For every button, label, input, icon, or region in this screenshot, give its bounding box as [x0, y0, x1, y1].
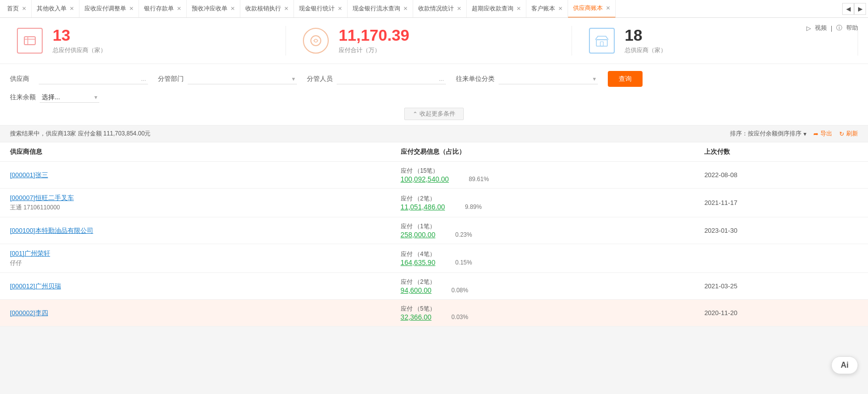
nav-tab-collect-verify-close[interactable]: ✕	[284, 5, 289, 12]
supplier-input[interactable]	[39, 73, 148, 84]
divider: |	[831, 25, 832, 32]
sort-button[interactable]: 排序：按应付余额倒序排序 ▾	[730, 130, 806, 138]
balance-filter-label: 往来余额	[10, 93, 36, 102]
lastpay-cell-4: 2021-03-25	[694, 273, 868, 300]
nav-tab-bank-deposit-label: 银行存款单	[144, 4, 174, 13]
th-last-pay: 上次付数	[694, 142, 868, 162]
nav-tab-customer-book-close[interactable]: ✕	[558, 5, 563, 12]
person-filter-label: 分管人员	[307, 74, 333, 83]
nav-tab-cash-bank-flow[interactable]: 现金银行流水查询 ✕	[348, 0, 413, 18]
table-row: [000001]张三应付 （15笔） 100,092,540.00 89.61%…	[0, 162, 868, 189]
dept-filter-label: 分管部门	[158, 74, 184, 83]
supplier-link-3[interactable]: [001]广州荣轩	[10, 250, 50, 257]
nav-tab-collect-stat[interactable]: 收款情况统计 ✕	[413, 0, 467, 18]
tx-label-5: 应付 （5笔）	[401, 305, 685, 313]
nav-tab-other-income-label: 其他收入单	[37, 4, 67, 13]
nav-tab-home-close[interactable]: ✕	[22, 5, 26, 12]
amount-5[interactable]: 32,366.00	[401, 313, 432, 321]
total-suppliers-label: 总供应商（家）	[625, 46, 666, 55]
nav-tab-overdue-ar-close[interactable]: ✕	[516, 5, 521, 12]
help-icon: ⓘ	[836, 24, 842, 32]
lastpay-date-2: 2023-01-30	[704, 227, 737, 234]
refresh-icon: ↻	[839, 131, 844, 137]
nav-tab-other-income-close[interactable]: ✕	[70, 5, 74, 12]
summary-icon-payable-amount	[301, 26, 331, 56]
nav-tab-bank-deposit-close[interactable]: ✕	[177, 5, 181, 12]
amount-2[interactable]: 258,000.00	[401, 231, 435, 239]
filter-item-category: 往来单位分类 ▾	[456, 73, 598, 84]
query-button[interactable]: 查询	[608, 71, 643, 87]
amount-1[interactable]: 11,051,486.00	[401, 203, 445, 211]
summary-item-payable-suppliers: 13 总应付供应商（家）	[10, 26, 286, 56]
nav-tab-cash-bank-flow-close[interactable]: ✕	[403, 5, 408, 12]
supplier-dots-icon[interactable]: ...	[141, 75, 146, 82]
summary-icon-total-suppliers	[587, 26, 617, 56]
payable-suppliers-number: 13	[53, 27, 106, 44]
collapse-up-icon: ⌃	[413, 111, 418, 118]
summary-text-payable-suppliers: 13 总应付供应商（家）	[53, 27, 106, 55]
table-header: 供应商信息 应付交易信息（占比） 上次付数	[0, 142, 868, 162]
result-bar: 搜索结果中，供应商13家 应付金额 111,703,854.00元 排序：按应付…	[0, 126, 868, 142]
export-label: 导出	[820, 130, 832, 138]
th-supplier-info: 供应商信息	[0, 142, 391, 162]
nav-tab-cash-bank-stat[interactable]: 现金银行统计 ✕	[294, 0, 348, 18]
sort-label: 排序：按应付余额倒序排序	[730, 130, 801, 138]
pct-1: 9.89%	[455, 203, 482, 210]
filter-area: 供应商 ... 分管部门 ▾ 分管人员 ... 往来单位分类	[0, 64, 868, 126]
box-icon	[17, 28, 43, 54]
filter-item-person: 分管人员 ...	[307, 73, 446, 84]
nav-tab-home[interactable]: 首页 ✕	[2, 0, 32, 18]
supplier-cell-0: [000001]张三	[0, 162, 391, 189]
supplier-link-4[interactable]: [000012]广州贝瑞	[10, 282, 61, 290]
pct-5: 0.03%	[441, 314, 468, 321]
supplier-link-2[interactable]: [000100]本特勤油品有限公司	[10, 227, 93, 234]
nav-tab-supplier-book[interactable]: 供应商账本 ✕	[568, 0, 616, 18]
supplier-cell-3: [001]广州荣轩仔仔	[0, 244, 391, 273]
nav-tab-pre-collect-close[interactable]: ✕	[230, 5, 235, 12]
category-filter-label: 往来单位分类	[456, 74, 495, 83]
nav-tab-ar-ap-adjust-close[interactable]: ✕	[129, 5, 134, 12]
person-input[interactable]	[337, 73, 446, 84]
video-link[interactable]: 视频	[815, 24, 827, 32]
summary-bar: 13 总应付供应商（家） 11,170.39 应付合计（万）	[0, 18, 868, 64]
export-button[interactable]: ➦ 导出	[813, 130, 832, 138]
amount-3[interactable]: 164,635.90	[401, 259, 435, 266]
supplier-cell-1: [000007]恒旺二手叉车王通 17106110000	[0, 189, 391, 217]
amount-4[interactable]: 94,600.00	[401, 286, 432, 294]
nav-tab-ar-ap-adjust[interactable]: 应收应付调整单 ✕	[79, 0, 139, 18]
nav-tab-pre-collect-label: 预收冲应收单	[192, 4, 227, 13]
nav-tab-customer-book[interactable]: 客户账本 ✕	[526, 0, 568, 18]
supplier-link-0[interactable]: [000001]张三	[10, 171, 48, 179]
refresh-label: 刷新	[846, 130, 858, 138]
dept-input[interactable]	[188, 73, 297, 84]
tx-label-1: 应付 （2笔）	[401, 195, 685, 203]
balance-select[interactable]: 选择...	[40, 92, 99, 103]
tx-label-4: 应付 （2笔）	[401, 278, 685, 286]
nav-tab-supplier-book-close[interactable]: ✕	[606, 5, 610, 11]
nav-prev-button[interactable]: ◀	[842, 3, 854, 15]
amount-0[interactable]: 100,092,540.00	[401, 175, 449, 183]
nav-tab-bank-deposit[interactable]: 银行存款单 ✕	[139, 0, 187, 18]
category-input[interactable]	[499, 73, 598, 84]
nav-next-button[interactable]: ▶	[854, 3, 866, 15]
table-container: 供应商信息 应付交易信息（占比） 上次付数 [000001]张三应付 （15笔）…	[0, 142, 868, 327]
nav-tab-collect-stat-close[interactable]: ✕	[457, 5, 461, 12]
tx-cell-5: 应付 （5笔） 32,366.00 0.03%	[391, 300, 695, 327]
collapse-button[interactable]: ⌃ 收起更多条件	[404, 108, 464, 120]
main-table-wrapper: 供应商信息 应付交易信息（占比） 上次付数 [000001]张三应付 （15笔）…	[0, 142, 868, 327]
nav-tab-overdue-ar[interactable]: 超期应收款查询 ✕	[467, 0, 526, 18]
export-icon: ➦	[813, 131, 818, 137]
supplier-link-1[interactable]: [000007]恒旺二手叉车	[10, 194, 74, 201]
person-dots-icon[interactable]: ...	[439, 75, 444, 82]
tx-cell-1: 应付 （2笔） 11,051,486.00 9.89%	[391, 189, 695, 217]
help-link[interactable]: 帮助	[846, 24, 858, 32]
nav-tab-cash-bank-stat-close[interactable]: ✕	[338, 5, 342, 12]
nav-tab-pre-collect[interactable]: 预收冲应收单 ✕	[187, 0, 240, 18]
payable-amount-number: 11,170.39	[339, 27, 409, 44]
refresh-button[interactable]: ↻ 刷新	[839, 130, 858, 138]
supplier-link-5[interactable]: [000002]李四	[10, 309, 48, 317]
grain-icon	[303, 28, 329, 54]
nav-tab-collect-verify[interactable]: 收款核销执行 ✕	[240, 0, 294, 18]
nav-tab-other-income[interactable]: 其他收入单 ✕	[32, 0, 79, 18]
store-icon	[589, 28, 615, 54]
